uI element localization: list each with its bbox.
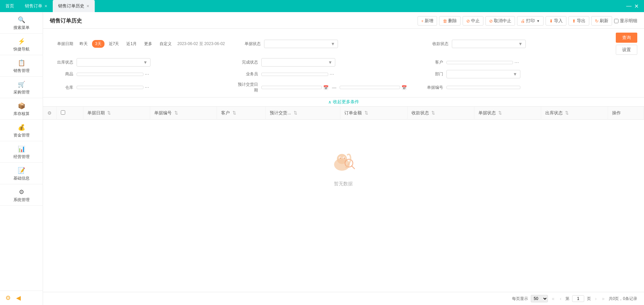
- sidebar-item-basic-info[interactable]: 📝 基础信息: [0, 163, 43, 184]
- window-minimize-icon[interactable]: —: [626, 3, 632, 9]
- sidebar-item-search-menu[interactable]: 🔍 搜索菜单: [0, 12, 43, 34]
- svg-line-7: [352, 166, 354, 169]
- print-button[interactable]: 🖨 打印 ▼: [517, 16, 544, 26]
- date-range-dash: —: [332, 85, 336, 90]
- bill-date-sort-icon[interactable]: ⇅: [107, 110, 111, 115]
- tab-sales-order[interactable]: 销售订单 ✕: [19, 0, 53, 12]
- bill-no-sort-icon[interactable]: ⇅: [174, 110, 178, 115]
- delete-button[interactable]: 🗑 删除: [439, 16, 461, 26]
- refresh-icon: ↻: [595, 18, 599, 24]
- th-est-delivery: 预计交货... ⇅: [266, 107, 340, 120]
- stop-icon: ⊘: [466, 18, 470, 24]
- delivery-status-select[interactable]: ▼: [77, 58, 151, 67]
- sidebar-basic-info-label: 基础信息: [13, 176, 30, 181]
- page-size-select[interactable]: 20 50 100 200: [531, 295, 548, 302]
- last-page-button[interactable]: »: [601, 295, 606, 302]
- display-detail-checkbox[interactable]: [614, 19, 618, 23]
- bill-status-arrow-icon: ▼: [331, 41, 335, 46]
- top-bar: 首页 销售订单 ✕ 销售订单历史 ✕ — ✕: [0, 0, 644, 12]
- refresh-button[interactable]: ↻ 刷新: [591, 16, 612, 26]
- th-bill-status: 单据状态 ⇅: [474, 107, 541, 120]
- sidebar-item-sales-mgmt[interactable]: 📋 销售管理: [0, 55, 43, 77]
- delivery-date-to-input[interactable]: [340, 86, 400, 89]
- product-dots-icon[interactable]: ···: [143, 71, 151, 77]
- page-number-input[interactable]: [572, 295, 584, 302]
- sidebar-item-finance[interactable]: 💰 资金管理: [0, 120, 43, 141]
- salesperson-dots-icon[interactable]: ···: [328, 71, 335, 77]
- delivery-date-from-input[interactable]: [261, 86, 322, 89]
- customer-sort-icon[interactable]: ⇅: [232, 110, 236, 115]
- date-3days-badge[interactable]: 3天: [92, 40, 104, 48]
- query-button[interactable]: 查询: [616, 33, 637, 43]
- stop-button[interactable]: ⊘ 中止: [463, 16, 483, 26]
- refresh-label: 刷新: [600, 18, 608, 24]
- print-arrow-icon: ▼: [536, 19, 540, 23]
- set-button[interactable]: 设置: [616, 45, 637, 55]
- page-size-label: 每页显示: [512, 296, 528, 302]
- window-close-icon[interactable]: ✕: [634, 3, 639, 9]
- product-filter-label: 商品: [50, 71, 77, 77]
- sidebar-system-mgmt-label: 系统管理: [13, 197, 30, 203]
- cancel-stop-button[interactable]: ⊘ 取消中止: [485, 16, 515, 26]
- delivery-status-filter-label: 出库状态: [50, 60, 77, 65]
- sidebar-item-operations[interactable]: 📊 经营管理: [0, 141, 43, 163]
- table-header-row: ⚙ 单据日期 ⇅ 单据编号 ⇅: [43, 107, 644, 120]
- purchase-mgmt-icon: 🛒: [18, 81, 25, 88]
- date-1month-badge[interactable]: 近1月: [123, 40, 140, 48]
- delivery-status-sort-icon[interactable]: ⇅: [565, 110, 569, 115]
- add-button[interactable]: + 新增: [418, 16, 437, 26]
- date-more-badge[interactable]: 更多: [141, 40, 155, 48]
- delete-label: 删除: [448, 18, 457, 24]
- first-page-button[interactable]: «: [551, 295, 556, 302]
- product-input[interactable]: [77, 73, 143, 76]
- display-detail-label[interactable]: 显示明细: [614, 18, 637, 24]
- sidebar-item-purchase-mgmt[interactable]: 🛒 采购管理: [0, 77, 43, 98]
- calendar-to-icon[interactable]: 📅: [401, 85, 407, 90]
- salesperson-input[interactable]: [261, 73, 328, 76]
- tab-home[interactable]: 首页: [0, 0, 19, 12]
- sidebar-item-quick-nav[interactable]: ⚡ 快捷导航: [0, 34, 43, 55]
- svg-point-4: [340, 158, 341, 159]
- th-delivery-status-label: 出库状态: [545, 110, 563, 115]
- sidebar-finance-label: 资金管理: [13, 132, 30, 138]
- check-all-checkbox[interactable]: [61, 110, 65, 115]
- date-yesterday-badge[interactable]: 昨天: [77, 40, 91, 48]
- order-amount-sort-icon[interactable]: ⇅: [364, 110, 368, 115]
- date-7days-badge[interactable]: 近7天: [106, 40, 122, 48]
- sidebar-item-inventory[interactable]: 📦 库存核算: [0, 98, 43, 120]
- filter-product-cell: 商品 ···: [50, 71, 234, 77]
- export-button[interactable]: ⬆ 导出: [568, 16, 589, 26]
- payment-status-select[interactable]: ▼: [452, 40, 526, 48]
- table-settings-icon[interactable]: ⚙: [47, 110, 52, 116]
- bill-status-select[interactable]: ▼: [264, 40, 338, 48]
- import-button[interactable]: ⬇ 导入: [546, 16, 566, 26]
- calendar-from-icon[interactable]: 📅: [323, 85, 329, 90]
- tab-sales-order-history-label: 销售订单历史: [58, 3, 84, 9]
- customer-dots-icon[interactable]: ···: [513, 60, 520, 66]
- collapse-label: 收起更多条件: [333, 99, 359, 105]
- sidebar-collapse-icon[interactable]: ◀: [16, 294, 21, 302]
- system-mgmt-icon: ⚙: [19, 188, 24, 196]
- cancel-stop-label: 取消中止: [494, 18, 511, 24]
- date-custom-badge[interactable]: 自定义: [157, 40, 175, 48]
- warehouse-input[interactable]: [77, 86, 143, 89]
- bill-no-filter-label: 单据编号: [420, 85, 446, 90]
- sidebar-item-system-mgmt[interactable]: ⚙ 系统管理: [0, 184, 43, 206]
- finance-icon: 💰: [18, 124, 25, 131]
- warehouse-dots-icon[interactable]: ···: [143, 84, 151, 90]
- bill-no-input[interactable]: [446, 86, 520, 89]
- tab-sales-order-history-close[interactable]: ✕: [86, 4, 89, 8]
- tab-sales-order-label: 销售订单: [25, 3, 42, 9]
- next-page-button[interactable]: ›: [594, 295, 598, 302]
- collapse-bar[interactable]: ∧ 收起更多条件: [43, 98, 644, 107]
- tab-sales-order-history[interactable]: 销售订单历史 ✕: [53, 0, 95, 12]
- dept-select[interactable]: ▼: [446, 70, 520, 78]
- customer-input[interactable]: [446, 61, 513, 64]
- complete-status-select[interactable]: ▼: [261, 58, 335, 67]
- sidebar-settings-icon[interactable]: ⚙: [5, 294, 11, 302]
- prev-page-button[interactable]: ‹: [559, 295, 563, 302]
- bill-status-sort-icon[interactable]: ⇅: [498, 110, 502, 115]
- tab-sales-order-close[interactable]: ✕: [44, 4, 47, 8]
- payment-status-sort-icon[interactable]: ⇅: [431, 110, 435, 115]
- est-delivery-sort-icon[interactable]: ⇅: [294, 110, 297, 115]
